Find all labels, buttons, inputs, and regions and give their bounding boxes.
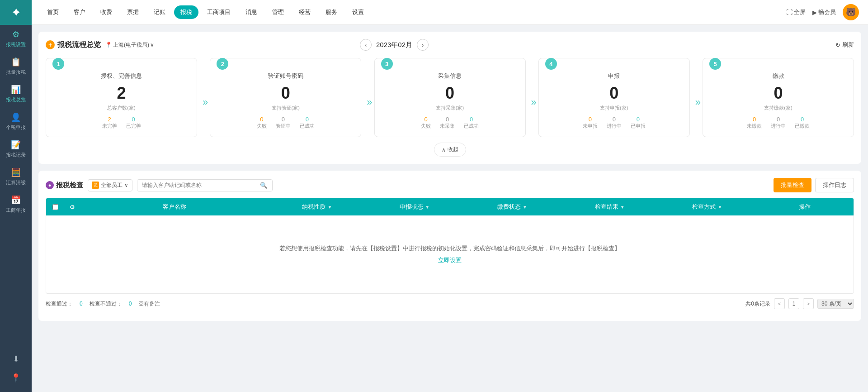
- per-page-select[interactable]: 30 条/页50 条/页100 条/页: [817, 299, 854, 309]
- sidebar-item-tax-overview[interactable]: 📊 报税总览: [0, 80, 32, 108]
- nav-settings[interactable]: 设置: [346, 5, 370, 19]
- nav-operations[interactable]: 经营: [292, 5, 317, 19]
- nav-accounting[interactable]: 记账: [147, 5, 172, 19]
- nav-invoices[interactable]: 票据: [121, 5, 145, 19]
- nav-management[interactable]: 管理: [266, 5, 290, 19]
- batch-check-btn[interactable]: 批量检查: [774, 178, 811, 192]
- fullscreen-icon: ⛶: [786, 9, 793, 16]
- sidebar-item-download[interactable]: ⬇: [0, 349, 32, 368]
- table-footer: 检查通过： 0 检查不通过： 0 囧有备注 共0条记录 < 1 > 30 条/页…: [46, 294, 854, 314]
- table-empty-message: 若您想使用报税检查功能，请先在【报税设置】中进行报税的初始化设置，完成密码验证和…: [46, 215, 854, 293]
- nav-tax[interactable]: 报税: [174, 5, 198, 19]
- overview-panel: + 报税流程总览 📍 上海(电子税局) ∨ ‹ 2023年02月 › ↻ 刷新: [38, 32, 861, 164]
- sidebar-item-label: 工商年报: [6, 207, 26, 214]
- fail-count[interactable]: 0: [129, 301, 132, 307]
- collapse-btn[interactable]: ∧ 收起: [434, 143, 466, 157]
- refresh-btn[interactable]: ↻ 刷新: [835, 41, 854, 49]
- content-area: + 报税流程总览 📍 上海(电子税局) ∨ ‹ 2023年02月 › ↻ 刷新: [32, 25, 868, 392]
- pass-label: 检查通过：: [46, 300, 73, 308]
- th-check-method[interactable]: 检查方式 ▼: [659, 198, 756, 215]
- batch-tax-icon: 📋: [11, 57, 21, 67]
- search-box: 🔍: [137, 179, 273, 191]
- stat-fail-2: 0 失败: [257, 116, 267, 129]
- nav-messages[interactable]: 消息: [239, 5, 264, 19]
- page-number: 1: [788, 298, 799, 309]
- th-check-result[interactable]: 检查结果 ▼: [561, 198, 659, 215]
- logo[interactable]: ✦: [0, 0, 32, 25]
- sidebar-item-label: 报税设置: [6, 41, 26, 48]
- tax-settings-icon: ⚙: [12, 29, 19, 39]
- pass-count[interactable]: 0: [80, 301, 83, 307]
- sidebar-item-tax-settings[interactable]: ⚙ 报税设置: [0, 25, 32, 53]
- refresh-icon: ↻: [835, 42, 840, 48]
- note-label: 囧有备注: [138, 300, 160, 308]
- setup-link[interactable]: 立即设置: [438, 257, 462, 263]
- operation-log-btn[interactable]: 操作日志: [815, 178, 854, 192]
- employee-filter[interactable]: 员 全部员工 ∨: [88, 179, 132, 191]
- check-title: ● 报税检查: [46, 181, 83, 190]
- settlement-icon: 🧮: [11, 167, 21, 177]
- step-num-3: 3: [381, 58, 393, 70]
- first-page-btn[interactable]: <: [774, 298, 785, 309]
- th-tax-type[interactable]: 纳税性质 ▼: [269, 198, 366, 215]
- step-title-3: 采集信息: [382, 72, 518, 80]
- next-month-btn[interactable]: ›: [417, 39, 429, 51]
- sidebar-item-personal-tax[interactable]: 👤 个税申报: [0, 108, 32, 135]
- personal-tax-icon: 👤: [11, 112, 21, 122]
- step-card-1: 1 授权、完善信息 2 总客户数(家) 2 未完善 0 已完善: [46, 58, 197, 137]
- nav-fees[interactable]: 收费: [94, 5, 118, 19]
- filter-icon-4: ▼: [620, 205, 625, 210]
- filter-icon-1: ▼: [327, 205, 332, 210]
- stat-not-paid: 0 未缴款: [747, 116, 762, 129]
- logo-icon: ✦: [11, 5, 21, 20]
- th-declare-status[interactable]: 申报状态 ▼: [366, 198, 463, 215]
- sidebar: ✦ ⚙ 报税设置 📋 批量报税 📊 报税总览 👤 个税申报 📝 报税记录 🧮 汇…: [0, 0, 32, 392]
- dropdown-icon: ∨: [124, 182, 128, 188]
- nav-home[interactable]: 首页: [41, 5, 65, 19]
- th-checkbox[interactable]: [46, 198, 64, 215]
- nav-clients[interactable]: 客户: [67, 5, 92, 19]
- member-btn[interactable]: ▶ 畅会员: [812, 8, 836, 16]
- stat-success-3: 0 已成功: [464, 116, 479, 129]
- nav-items: 首页 客户 收费 票据 记账 报税 工商项目 消息 管理 经营 服务 设置: [41, 5, 786, 19]
- th-fee-status[interactable]: 缴费状态 ▼: [463, 198, 561, 215]
- nav-bizprojects[interactable]: 工商项目: [201, 5, 237, 19]
- th-gear[interactable]: ⚙: [64, 198, 80, 215]
- sidebar-item-label: 报税总览: [6, 96, 26, 103]
- step-num-5: 5: [709, 58, 721, 70]
- gear-icon: ⚙: [70, 204, 75, 210]
- month-nav: ‹ 2023年02月 ›: [360, 39, 429, 51]
- collapse-row: ∧ 收起: [46, 143, 854, 157]
- check-table: ⚙ 客户名称 纳税性质 ▼ 申报状态 ▼ 缴费状态 ▼: [46, 198, 854, 294]
- search-btn[interactable]: 🔍: [255, 180, 272, 191]
- sidebar-item-annual-report[interactable]: 📅 工商年报: [0, 191, 32, 218]
- step-subtitle-4: 支持申报(家): [546, 105, 682, 111]
- tax-bureau-tag[interactable]: 📍 上海(电子税局) ∨: [105, 41, 154, 49]
- search-input[interactable]: [137, 180, 255, 191]
- step-card-3: 3 采集信息 0 支持采集(家) 0 失败 0 未采集: [374, 58, 526, 137]
- mascot-avatar[interactable]: 🐻: [843, 4, 859, 20]
- chevron-down-icon: ∨: [150, 42, 154, 48]
- next-page-btn[interactable]: >: [803, 298, 814, 309]
- fullscreen-btn[interactable]: ⛶ 全屏: [786, 8, 806, 16]
- sidebar-item-batch-tax[interactable]: 📋 批量报税: [0, 53, 32, 80]
- sidebar-item-tax-records[interactable]: 📝 报税记录: [0, 135, 32, 163]
- chevron-up-icon: ∧: [442, 147, 446, 153]
- location-small-icon: 📍: [105, 42, 112, 48]
- step-card-5: 5 缴款 0 支持缴款(家) 0 未缴款 0 进行中: [703, 58, 854, 137]
- sidebar-item-location[interactable]: 📍: [0, 368, 32, 387]
- prev-month-btn[interactable]: ‹: [360, 39, 372, 51]
- footer-right: 共0条记录 < 1 > 30 条/页50 条/页100 条/页: [745, 298, 854, 309]
- select-all-checkbox[interactable]: [52, 204, 58, 210]
- table-header: ⚙ 客户名称 纳税性质 ▼ 申报状态 ▼ 缴费状态 ▼: [46, 198, 854, 215]
- step-count-3: 0: [382, 84, 518, 103]
- filter-icon-2: ▼: [425, 205, 429, 210]
- step-count-4: 0: [546, 84, 682, 103]
- stat-verifying-2: 0 验证中: [276, 116, 291, 129]
- th-client-name: 客户名称: [80, 198, 269, 215]
- nav-services[interactable]: 服务: [319, 5, 344, 19]
- topnav: 首页 客户 收费 票据 记账 报税 工商项目 消息 管理 经营 服务 设置 ⛶ …: [32, 0, 868, 25]
- sidebar-item-settlement[interactable]: 🧮 汇算清缴: [0, 163, 32, 191]
- stat-incomplete: 2 未完善: [102, 116, 117, 129]
- step-count-2: 0: [217, 84, 354, 103]
